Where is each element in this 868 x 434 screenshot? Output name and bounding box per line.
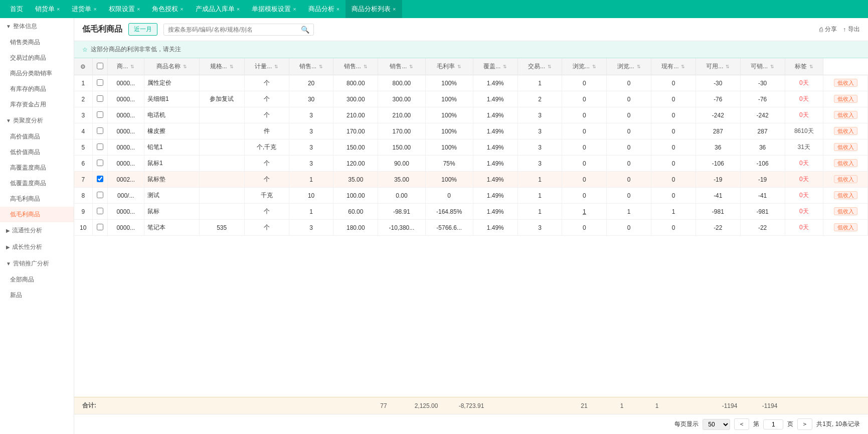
row-select-checkbox[interactable] — [97, 224, 103, 230]
sidebar-item-high-value[interactable]: 高价值商品 — [0, 129, 74, 144]
tag-badge: 低收入 — [834, 191, 857, 199]
nav-sales-close[interactable]: × — [57, 6, 60, 12]
prev-page-button[interactable]: ＜ — [734, 418, 749, 430]
sidebar-item-all-products[interactable]: 全部商品 — [0, 272, 74, 287]
row-select-checkbox[interactable] — [97, 79, 103, 86]
row-current: -106 — [696, 156, 740, 172]
trade-link[interactable]: 1 — [583, 208, 586, 215]
product-table-container: ⚙ 商...⇅ 商品名称⇅ 规格...⇅ 计量...⇅ 销售...⇅ 销售...… — [74, 58, 868, 397]
row-price2: 170.00 — [378, 123, 425, 139]
row-view1: 0 — [607, 123, 651, 139]
row-qty: 3 — [289, 220, 333, 236]
sidebar-item-sales-products[interactable]: 销售类商品 — [0, 35, 74, 50]
sidebar-item-high-coverage[interactable]: 高覆盖度商品 — [0, 160, 74, 176]
total-coverage: 21 — [564, 402, 604, 409]
row-spec — [199, 75, 244, 91]
nav-product-analysis[interactable]: 商品分析 × — [302, 0, 345, 18]
nav-roles-close[interactable]: × — [180, 6, 183, 12]
next-page-button[interactable]: ＞ — [797, 418, 812, 430]
export-button[interactable]: ↑ 导出 — [843, 25, 860, 34]
row-coverage: 3 — [517, 123, 562, 139]
row-name: 属性定价 — [144, 75, 200, 91]
total-price2: -8,723.91 — [449, 402, 494, 409]
row-gross: 1.49% — [473, 91, 517, 107]
row-price3: 100% — [425, 107, 473, 123]
nav-sales[interactable]: 销货单 × — [29, 0, 66, 18]
sidebar-item-traded-products[interactable]: 交易过的商品 — [0, 50, 74, 66]
share-button[interactable]: ⎙ 分享 — [819, 25, 837, 34]
row-select-checkbox[interactable] — [97, 95, 103, 102]
sidebar-item-low-coverage[interactable]: 低覆盖度商品 — [0, 176, 74, 191]
row-price2: -10,380... — [378, 220, 425, 236]
row-coverage: 2 — [517, 91, 562, 107]
row-select-checkbox[interactable] — [97, 143, 103, 150]
nav-products-inbound[interactable]: 产成品入库单 × — [190, 0, 246, 18]
row-view1: 0 — [607, 75, 651, 91]
sidebar-item-capital[interactable]: 库存资金占用 — [0, 97, 74, 112]
row-available: -19 — [740, 172, 785, 188]
row-select-checkbox[interactable] — [97, 176, 103, 182]
row-days: 0天 — [785, 220, 823, 236]
nav-template[interactable]: 单据模板设置 × — [246, 0, 302, 18]
checkbox-col-header[interactable] — [92, 58, 107, 75]
nav-permissions[interactable]: 权限设置 × — [103, 0, 146, 18]
sidebar-item-low-value[interactable]: 低价值商品 — [0, 144, 74, 160]
row-unit: 个 — [244, 172, 289, 188]
row-days: 31天 — [785, 139, 823, 156]
row-qty: 3 — [289, 156, 333, 172]
row-view2: 0 — [651, 107, 696, 123]
row-price2: 300.00 — [378, 91, 425, 107]
page-number-input[interactable] — [763, 419, 783, 429]
row-name: 测试 — [144, 188, 200, 204]
sidebar-group-overall[interactable]: ▼ 整体信息 — [0, 18, 74, 35]
search-input[interactable] — [168, 26, 301, 33]
nav-template-close[interactable]: × — [293, 6, 296, 12]
sidebar-item-high-margin[interactable]: 高毛利商品 — [0, 191, 74, 207]
select-all-checkbox[interactable] — [97, 63, 103, 69]
row-price3: -164.85% — [425, 204, 473, 220]
row-price3: 100% — [425, 75, 473, 91]
page-size-select[interactable]: 50 100 200 — [703, 419, 730, 430]
nav-permissions-close[interactable]: × — [137, 6, 140, 12]
settings-col-header[interactable]: ⚙ — [74, 58, 92, 75]
row-days: 0天 — [785, 204, 823, 220]
total-current: -1194 — [710, 402, 750, 409]
row-qty: 1 — [289, 172, 333, 188]
sidebar-group-marketing[interactable]: ▼ 营销推广分析 — [0, 255, 74, 272]
search-icon[interactable]: 🔍 — [301, 26, 309, 34]
nav-product-analysis-list-close[interactable]: × — [393, 6, 396, 12]
nav-purchase-close[interactable]: × — [93, 6, 96, 12]
row-index: 2 — [74, 91, 92, 107]
row-select-checkbox[interactable] — [97, 192, 103, 198]
row-price1: 60.00 — [333, 204, 378, 220]
row-coverage: 3 — [517, 107, 562, 123]
row-checkbox — [92, 107, 107, 123]
row-select-checkbox[interactable] — [97, 160, 103, 166]
sidebar-item-category-sales-rate[interactable]: 商品分类助销率 — [0, 66, 74, 81]
nav-products-inbound-close[interactable]: × — [237, 6, 240, 12]
nav-home[interactable]: 首页 — [4, 0, 29, 18]
sidebar-group-growth[interactable]: ▶ 成长性分析 — [0, 239, 74, 255]
col-name: 商品名称⇅ — [144, 58, 200, 75]
row-coverage: 1 — [517, 75, 562, 91]
nav-product-analysis-close[interactable]: × — [336, 6, 339, 12]
row-select-checkbox[interactable] — [97, 111, 103, 118]
table-row: 1 0000... 属性定价 个 20 800.00 800.00 100% 1… — [74, 75, 868, 91]
filter-recent-month-button[interactable]: 近一月 — [128, 23, 157, 36]
sidebar-item-low-margin[interactable]: 低毛利商品 — [0, 207, 74, 222]
sidebar-item-in-stock[interactable]: 有库存的商品 — [0, 81, 74, 97]
nav-roles[interactable]: 角色授权 × — [146, 0, 189, 18]
sidebar-group-cluster[interactable]: ▼ 类聚度分析 — [0, 112, 74, 129]
row-current: -22 — [696, 220, 740, 236]
sidebar-group-circulation[interactable]: ▶ 流通性分析 — [0, 222, 74, 239]
col-view2: 浏览...⇅ — [607, 58, 651, 75]
row-select-checkbox[interactable] — [97, 127, 103, 134]
nav-purchase[interactable]: 进货单 × — [66, 0, 102, 18]
row-gross: 1.49% — [473, 172, 517, 188]
row-price3: -5766.6... — [425, 220, 473, 236]
page-word: 第 — [753, 420, 759, 428]
row-select-checkbox[interactable] — [97, 208, 103, 214]
row-tag: 低收入 — [823, 204, 868, 220]
nav-product-analysis-list[interactable]: 商品分析列表 × — [345, 0, 402, 18]
sidebar-item-new-products[interactable]: 新品 — [0, 287, 74, 303]
